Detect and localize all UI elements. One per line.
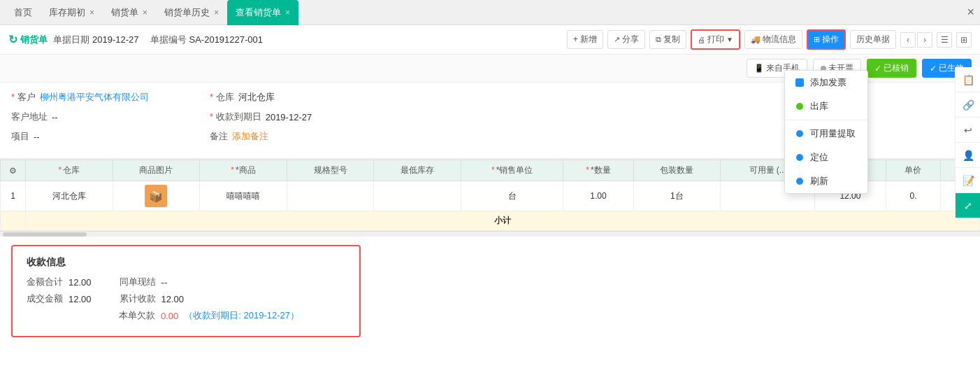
tab-sales-history[interactable]: 销货单历史 × <box>156 0 227 25</box>
dropdown-locate[interactable]: 定位 <box>785 146 867 169</box>
dropdown-menu: 添加发票 出库 可用量提取 定位 刷新 <box>784 70 868 194</box>
side-user-button[interactable]: 👤 <box>956 143 980 168</box>
cell-pack-qty: 1台 <box>633 181 721 211</box>
project-field: 项目 -- <box>11 130 193 143</box>
col-settings: ⚙ <box>1 160 26 181</box>
cell-min-stock <box>374 181 461 211</box>
cell-warehouse: 河北仓库 <box>26 181 113 211</box>
payment-title: 收款信息 <box>27 256 345 269</box>
due-value: 0.00 <box>161 311 178 321</box>
add-invoice-icon <box>795 78 805 87</box>
project-value: -- <box>34 132 40 142</box>
cell-qty: 1.00 <box>563 181 633 211</box>
address-label: 客户地址 <box>11 111 48 123</box>
side-link-button[interactable]: 🔗 <box>956 92 980 118</box>
accumulated-value: 12.00 <box>161 294 185 304</box>
dropdown-available-qty[interactable]: 可用量提取 <box>785 122 867 146</box>
warehouse-field: 仓库 河北仓库 <box>210 91 391 104</box>
tab-view-sales-close[interactable]: × <box>285 8 290 17</box>
customer-label: 客户 <box>11 91 36 104</box>
note-label: 备注 <box>210 130 228 143</box>
side-doc-button[interactable]: 📋 <box>956 67 980 92</box>
tab-sales-close[interactable]: × <box>143 8 147 17</box>
deal-item: 成交金额 12.00 <box>27 293 92 305</box>
project-label: 项目 <box>11 130 29 143</box>
tab-sales[interactable]: 销货单 × <box>103 0 156 25</box>
prev-button[interactable]: ‹ <box>900 32 916 48</box>
next-button[interactable]: › <box>917 32 932 48</box>
tab-inventory[interactable]: 库存期初 × <box>41 0 103 25</box>
share-button[interactable]: ↗ 分享 <box>607 30 645 49</box>
confirm-button[interactable]: ✓ 已核销 <box>867 59 916 78</box>
warehouse-value: 河北仓库 <box>238 91 275 104</box>
list-view-button[interactable]: ☰ <box>937 32 952 48</box>
window-close-button[interactable]: × <box>967 5 974 20</box>
accumulated-label: 累计收款 <box>120 293 156 305</box>
cell-seq: 1 <box>1 181 26 211</box>
print-button[interactable]: 🖨 打印 ▼ <box>691 29 740 50</box>
horizontal-scrollbar[interactable] <box>0 231 980 237</box>
outbound-icon <box>795 101 805 111</box>
col-product: *商品 <box>200 160 287 181</box>
col-warehouse: 仓库 <box>26 160 113 181</box>
main-area: ↻ 销货单 单据日期 2019-12-27 单据编号 SA-20191227-0… <box>0 25 980 373</box>
col-price: 单价 <box>886 160 941 181</box>
tab-home[interactable]: 首页 <box>6 0 41 25</box>
new-button[interactable]: + 新增 <box>567 30 603 49</box>
deal-value: 12.00 <box>69 294 92 304</box>
side-return-button[interactable]: ↩ <box>956 118 980 143</box>
grid-view-button[interactable]: ⊞ <box>956 32 972 48</box>
dropdown-divider-1 <box>785 120 867 120</box>
copy-button[interactable]: ⧉ 复制 <box>649 30 686 49</box>
doc-meta: 单据日期 2019-12-27 单据编号 SA-20191227-001 <box>53 34 561 46</box>
payment-row-3: 本单欠款 0.00 （收款到期日: 2019-12-27） <box>27 309 345 322</box>
operate-button[interactable]: ⊞ 操作 <box>807 29 846 50</box>
customer-value[interactable]: 柳州粤港平安气体有限公司 <box>40 91 149 104</box>
doc-title: ↻ 销货单 <box>8 33 48 46</box>
col-image: 商品图片 <box>113 160 200 181</box>
warehouse-label: 仓库 <box>210 91 234 104</box>
due-note: （收款到期日: 2019-12-27） <box>184 309 299 322</box>
same-order-item: 同单现结 -- <box>120 276 168 288</box>
add-note-button[interactable]: 添加备注 <box>232 130 268 143</box>
locate-icon <box>795 153 805 162</box>
col-pack-qty: 包装数量 <box>633 160 721 181</box>
doc-number-field: 单据编号 SA-20191227-001 <box>150 34 264 46</box>
tab-sales-history-close[interactable]: × <box>214 8 219 17</box>
dropdown-refresh[interactable]: 刷新 <box>785 169 867 193</box>
same-order-value: -- <box>161 277 168 288</box>
payment-row-1: 金额合计 12.00 同单现结 -- <box>27 276 345 288</box>
due-item: 本单欠款 0.00 （收款到期日: 2019-12-27） <box>119 309 299 322</box>
side-expand-button[interactable]: ⤢ <box>956 193 980 218</box>
customer-field: 客户 柳州粤港平安气体有限公司 <box>11 91 193 104</box>
payment-date-value: 2019-12-27 <box>266 112 312 122</box>
same-order-label: 同单现结 <box>120 276 156 288</box>
cell-price: 0. <box>886 181 941 211</box>
available-qty-icon <box>795 129 805 139</box>
cell-unit: 台 <box>461 181 563 211</box>
history-button[interactable]: 历史单据 <box>850 30 896 49</box>
cell-product: 嘻嘻嘻嘻 <box>200 181 287 211</box>
refresh-icon <box>795 176 805 186</box>
logistics-button[interactable]: 🚚 物流信息 <box>744 30 802 49</box>
deal-label: 成交金额 <box>27 293 63 305</box>
note-field: 备注 添加备注 <box>210 130 391 143</box>
nav-arrows: ‹ › <box>900 32 932 48</box>
total-item: 金额合计 12.00 <box>27 276 92 288</box>
print-dropdown-arrow[interactable]: ▼ <box>726 36 733 43</box>
subtotal-cell: 小计 <box>26 211 980 231</box>
scrollbar-thumb[interactable] <box>3 232 87 237</box>
tab-inventory-close[interactable]: × <box>89 8 94 17</box>
tab-view-sales[interactable]: 查看销货单 × <box>227 0 298 25</box>
dropdown-outbound[interactable]: 出库 <box>785 94 867 118</box>
side-note-button[interactable]: 📝 <box>956 168 980 193</box>
col-unit: *销售单位 <box>461 160 563 181</box>
col-qty: *数量 <box>563 160 633 181</box>
address-value: -- <box>52 112 58 122</box>
col-min-stock: 最低库存 <box>374 160 461 181</box>
tab-bar: 首页 库存期初 × 销货单 × 销货单历史 × 查看销货单 × × <box>0 0 980 25</box>
side-toolbar: 📋 🔗 ↩ 👤 📝 ⤢ <box>955 67 980 218</box>
payment-box: 收款信息 金额合计 12.00 同单现结 -- 成交金额 12.00 <box>11 245 361 337</box>
dropdown-add-invoice[interactable]: 添加发票 <box>785 71 867 94</box>
subtotal-row: 小计 <box>1 211 980 231</box>
